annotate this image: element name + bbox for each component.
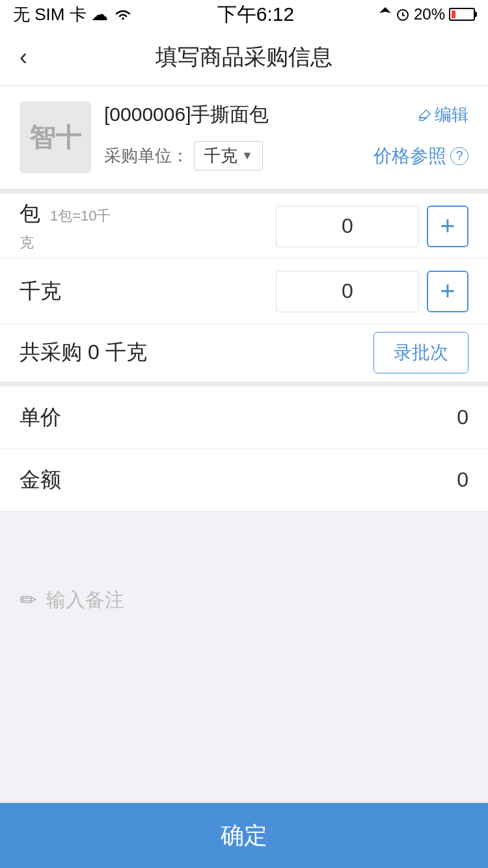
package-label: 包 1包=10千克: [20, 200, 124, 252]
status-right: 20%: [379, 5, 475, 23]
product-name-row: [0000006]手撕面包 编辑: [104, 102, 468, 128]
sim-text: 无 SIM 卡 ☁: [13, 3, 108, 26]
unit-price-label: 单价: [20, 403, 61, 432]
unit-price-value: 0: [457, 405, 468, 429]
product-name: [0000006]手撕面包: [104, 102, 269, 128]
unit-price-row: 单价 0: [0, 387, 488, 449]
package-input-group: +: [124, 206, 468, 247]
package-plus-button[interactable]: +: [427, 206, 468, 247]
note-area[interactable]: ✏ 输入备注: [0, 511, 488, 689]
amount-row: 金额 0: [0, 449, 488, 511]
kg-input-group: +: [124, 271, 468, 312]
package-quantity-input[interactable]: [276, 206, 419, 247]
page-title: 填写商品采购信息: [156, 42, 332, 72]
status-bar: 无 SIM 卡 ☁ 下午6:12 20%: [0, 0, 488, 29]
edit-label: 编辑: [435, 103, 468, 126]
wifi-icon: [113, 7, 133, 21]
amount-value: 0: [457, 468, 468, 492]
product-card: 智十 [0000006]手撕面包 编辑 采购单位： 千克 ▼ 价格参照: [0, 86, 488, 194]
status-left: 无 SIM 卡 ☁: [13, 3, 133, 26]
product-info: [0000006]手撕面包 编辑 采购单位： 千克 ▼ 价格参照 ?: [104, 102, 468, 170]
help-icon: ?: [450, 147, 468, 165]
battery-icon: [449, 8, 475, 21]
price-info-section: 单价 0 金额 0: [0, 387, 488, 511]
confirm-button[interactable]: 确定: [0, 803, 488, 868]
package-row: 包 1包=10千克 +: [0, 194, 488, 259]
edit-button[interactable]: 编辑: [418, 103, 468, 126]
unit-row: 采购单位： 千克 ▼ 价格参照 ?: [104, 141, 468, 170]
note-icon: ✏: [20, 588, 37, 612]
record-batch-button[interactable]: 录批次: [373, 332, 468, 373]
alarm-icon: [396, 7, 410, 21]
product-logo: 智十: [29, 124, 81, 150]
kg-label: 千克: [20, 277, 124, 306]
unit-value: 千克: [204, 144, 237, 167]
total-row: 共采购 0 千克 录批次: [0, 324, 488, 387]
spacer: [0, 689, 488, 804]
price-ref-button[interactable]: 价格参照 ?: [373, 144, 468, 169]
location-icon: [379, 7, 392, 22]
kg-row: 千克 +: [0, 259, 488, 324]
status-time: 下午6:12: [217, 1, 294, 28]
package-label-text: 包: [20, 202, 40, 225]
unit-label: 采购单位：: [104, 144, 189, 167]
total-label: 共采购 0 千克: [20, 338, 147, 367]
edit-icon: [418, 108, 432, 122]
unit-select[interactable]: 千克 ▼: [194, 141, 263, 170]
price-ref-label: 价格参照: [373, 144, 446, 169]
amount-label: 金额: [20, 466, 61, 495]
nav-bar: ‹ 填写商品采购信息: [0, 29, 488, 86]
dropdown-icon: ▼: [241, 149, 253, 163]
product-image: 智十: [20, 102, 91, 173]
kg-quantity-input[interactable]: [276, 271, 419, 312]
back-button[interactable]: ‹: [20, 44, 27, 71]
note-placeholder: 输入备注: [46, 587, 124, 614]
kg-plus-button[interactable]: +: [427, 271, 468, 312]
quantity-section: 包 1包=10千克 + 千克 +: [0, 194, 488, 324]
battery-percent: 20%: [414, 5, 445, 23]
